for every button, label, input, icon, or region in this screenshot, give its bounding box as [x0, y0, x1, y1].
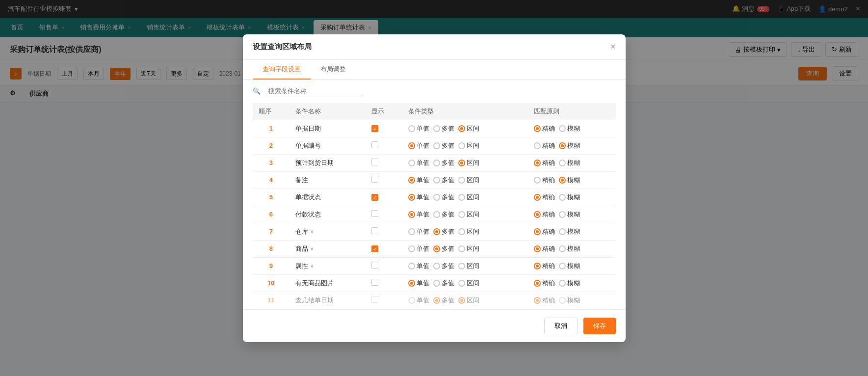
modal-tab-layout[interactable]: 布局调整: [311, 60, 356, 80]
modal-header: 设置查询区域布局 ×: [243, 34, 626, 60]
settings-modal: 设置查询区域布局 × 查询字段设置 布局调整 🔍 顺序 条件名称 显示 条件类型: [243, 34, 626, 103]
modal-overlay: 设置查询区域布局 × 查询字段设置 布局调整 🔍 顺序 条件名称 显示 条件类型: [0, 0, 868, 103]
search-icon: 🔍: [253, 87, 261, 95]
modal-search-area: 🔍: [243, 80, 626, 103]
modal-title: 设置查询区域布局: [253, 42, 312, 52]
modal-tabs: 查询字段设置 布局调整: [243, 60, 626, 80]
modal-close-btn[interactable]: ×: [610, 42, 616, 51]
modal-tab-query-fields[interactable]: 查询字段设置: [253, 60, 311, 80]
condition-search-input[interactable]: [264, 85, 363, 97]
